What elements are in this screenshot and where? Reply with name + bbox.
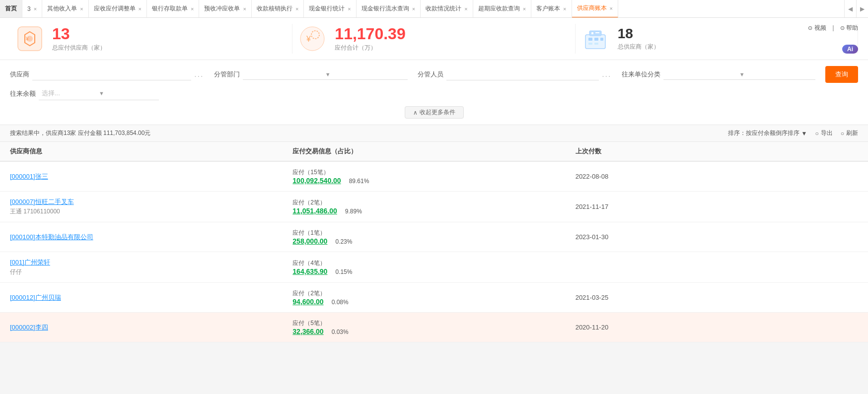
customer-ledger-close[interactable]: × <box>563 6 566 12</box>
stat-text-1: 13 总应付供应商（家） <box>52 26 106 52</box>
trans-amount-5[interactable]: 94,600.00 <box>292 298 323 306</box>
nav-arrows: ◀ ▶ <box>844 0 868 18</box>
filter-item-balance: 往来余额 选择... ▼ <box>10 87 159 100</box>
svg-point-3 <box>300 27 324 51</box>
export-label: 导出 <box>821 129 833 137</box>
results-summary: 搜索结果中，供应商13家 应付金额 111,703,854.00元 <box>10 129 150 137</box>
nav-tab-receivable-adjust[interactable]: 应收应付调整单 × <box>89 0 147 18</box>
person-dots[interactable]: ... <box>602 70 611 79</box>
sort-label: 排序：按应付余额倒序排序 <box>728 129 799 137</box>
supplier-link-1[interactable]: [000001]张三 <box>10 172 292 181</box>
cash-bank-stat-close[interactable]: × <box>348 6 351 12</box>
supplier-link-6[interactable]: [000002]李四 <box>10 323 292 332</box>
supplier-input[interactable] <box>32 68 191 80</box>
nav-arrow-left[interactable]: ◀ <box>844 0 856 18</box>
trans-label-5: 应付（2笔） <box>292 289 575 298</box>
filter-area: 供应商 ... 分管部门 ▼ 分管人员 ... 往来单位分类 ▼ 查询 <box>0 60 868 125</box>
tab3-close[interactable]: × <box>34 6 37 12</box>
receivable-adjust-close[interactable]: × <box>139 6 142 12</box>
trans-amount-4[interactable]: 164,635.90 <box>292 267 327 275</box>
nav-tab-customer-ledger[interactable]: 客户账本 × <box>531 0 572 18</box>
stat-icon-1: ¥ <box>15 24 45 54</box>
results-actions: 排序：按应付余额倒序排序 ▼ ○ 导出 ○ 刷新 <box>728 129 858 137</box>
supplier-dots[interactable]: ... <box>194 70 204 79</box>
nav-tab-advance[interactable]: 预收冲应收单 × <box>199 0 251 18</box>
stat-label-3: 总供应商（家） <box>618 43 659 51</box>
nav-tab-cash-bank-stat[interactable]: 现金银行统计 × <box>304 0 356 18</box>
nav-arrow-right[interactable]: ▶ <box>856 0 868 18</box>
query-button[interactable]: 查询 <box>825 66 858 83</box>
bank-deposit-close[interactable]: × <box>191 6 194 12</box>
supplier-info-5: [000012]广州贝瑞 <box>10 293 292 302</box>
collapse-button[interactable]: ∧ 收起更多条件 <box>405 106 464 119</box>
supplier-info-4: [001]广州荣轩 仔仔 <box>10 258 292 276</box>
collection-stat-close[interactable]: × <box>464 6 467 12</box>
stat-icon-2: ¥ <box>297 24 327 54</box>
supplier-link-5[interactable]: [000012]广州贝瑞 <box>10 293 292 302</box>
overdue-close[interactable]: × <box>523 6 526 12</box>
balance-select[interactable]: 选择... ▼ <box>39 87 159 100</box>
svg-rect-6 <box>585 35 605 49</box>
ai-badge[interactable]: Ai <box>842 45 858 54</box>
cash-bank-flow-close[interactable]: × <box>412 6 415 12</box>
collection-verify-close[interactable]: × <box>295 6 298 12</box>
tab3-label: 3 <box>27 5 31 12</box>
refresh-label: 刷新 <box>846 129 858 137</box>
col-header-last-payment: 上次付数 <box>576 147 858 156</box>
refresh-action[interactable]: ○ 刷新 <box>841 129 858 137</box>
trans-label-6: 应付（5笔） <box>292 319 575 328</box>
trans-amount-2[interactable]: 11,051,486.00 <box>292 207 337 215</box>
nav-tab-other-income[interactable]: 其他收入单 × <box>42 0 88 18</box>
table-row: [000001]张三 应付（15笔） 100,092,540.00 89.61%… <box>0 162 868 192</box>
transaction-info-3: 应付（1笔） 258,000.00 0.23% <box>292 229 575 245</box>
table-row: [000100]本特勤油品有限公司 应付（1笔） 258,000.00 0.23… <box>0 222 868 252</box>
supplier-link-2[interactable]: [000007]恒旺二手叉车 <box>10 197 292 206</box>
person-input[interactable] <box>446 68 599 80</box>
nav-tab-home[interactable]: 首页 <box>0 0 22 18</box>
help-link[interactable]: ⊙ 帮助 <box>840 24 858 32</box>
balance-arrow: ▼ <box>99 90 156 96</box>
supplier-info-3: [000100]本特勤油品有限公司 <box>10 233 292 242</box>
svg-rect-8 <box>594 38 598 41</box>
nav-tab-collection-stat[interactable]: 收款情况统计 × <box>421 0 473 18</box>
supplier-sub-2: 王通 17106110000 <box>10 207 292 216</box>
table-row: [001]广州荣轩 仔仔 应付（4笔） 164,635.90 0.15% <box>0 252 868 283</box>
nav-tab-collection-verify[interactable]: 收款核销执行 × <box>252 0 304 18</box>
nav-tab-supplier-ledger[interactable]: 供应商账本 × <box>572 0 618 18</box>
stat-text-3: 18 总供应商（家） <box>618 27 659 51</box>
last-payment-3: 2023-01-30 <box>576 233 858 241</box>
sort-select[interactable]: 排序：按应付余额倒序排序 ▼ <box>728 129 807 137</box>
table-row: [000002]李四 应付（5笔） 32,366.00 0.03% 2020-1… <box>0 313 868 342</box>
nav-tab-cash-bank-flow[interactable]: 现金银行流水查询 × <box>357 0 421 18</box>
supplier-link-4[interactable]: [001]广州荣轩 <box>10 258 292 267</box>
table-body: [000001]张三 应付（15笔） 100,092,540.00 89.61%… <box>0 162 868 342</box>
sort-arrow: ▼ <box>801 130 807 137</box>
collection-verify-label: 收款核销执行 <box>257 4 292 13</box>
nav-tab-3[interactable]: 3 × <box>22 0 42 18</box>
export-action[interactable]: ○ 导出 <box>815 129 833 137</box>
advance-close[interactable]: × <box>243 6 246 12</box>
nav-tab-bank-deposit[interactable]: 银行存取款单 × <box>147 0 199 18</box>
video-link[interactable]: ⊙ 视频 <box>808 24 826 32</box>
supplier-link-3[interactable]: [000100]本特勤油品有限公司 <box>10 233 292 242</box>
stat-icon-3 <box>580 24 610 54</box>
filter-item-supplier: 供应商 ... <box>10 68 204 80</box>
supplier-ledger-close[interactable]: × <box>610 5 613 11</box>
svg-rect-12 <box>589 31 601 36</box>
transaction-info-1: 应付（15笔） 100,092,540.00 89.61% <box>292 168 575 185</box>
stat-text-2: 11,170.39 应付合计（万） <box>335 26 405 52</box>
table-header: 供应商信息 应付交易信息（占比） 上次付数 <box>0 142 868 162</box>
svg-rect-11 <box>594 43 598 45</box>
trans-amount-3[interactable]: 258,000.00 <box>292 237 327 245</box>
department-select[interactable]: ▼ <box>243 69 408 80</box>
trans-amount-1[interactable]: 100,092,540.00 <box>292 177 341 185</box>
trans-percent-2: 9.89% <box>345 208 362 215</box>
nav-tab-overdue[interactable]: 超期应收款查询 × <box>473 0 531 18</box>
other-income-close[interactable]: × <box>80 6 83 12</box>
trans-percent-4: 0.15% <box>335 268 352 275</box>
trans-amount-6[interactable]: 32,366.00 <box>292 328 323 335</box>
category-select[interactable]: ▼ <box>663 69 816 80</box>
category-label: 往来单位分类 <box>622 70 660 79</box>
department-arrow: ▼ <box>325 71 405 77</box>
supplier-label: 供应商 <box>10 70 29 79</box>
